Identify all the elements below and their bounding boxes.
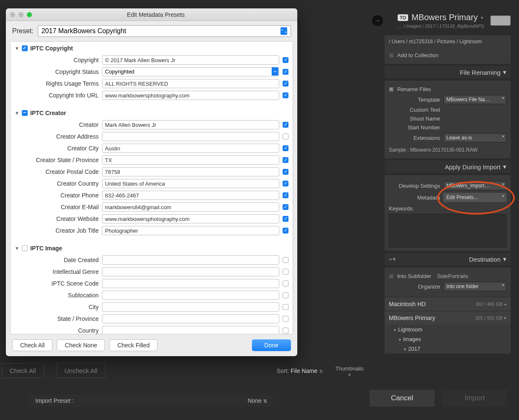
copyright-url-input[interactable] — [102, 91, 279, 100]
disclosure-icon[interactable]: ▼ — [15, 110, 19, 116]
done-button[interactable]: Done — [252, 339, 291, 351]
drive-mbowers[interactable]: MBowers Primary325 / 931 GB ▾ — [385, 311, 511, 325]
add-collection-checkbox[interactable] — [389, 53, 394, 58]
cancel-button[interactable]: Cancel — [370, 390, 435, 407]
disclosure-icon[interactable]: ▼ — [15, 46, 19, 51]
uncheck-all-button[interactable]: Uncheck All — [57, 363, 105, 378]
arrow-icon: → — [372, 15, 383, 26]
destination-bar: → TO MBowers Primary ▸ … / Images / 2017… — [372, 13, 511, 29]
copy-panel: / Users / m1725318 / Pictures / Lightroo… — [385, 35, 511, 64]
field-checkbox[interactable] — [283, 134, 288, 139]
field-checkbox[interactable] — [283, 92, 288, 98]
field-checkbox[interactable] — [283, 81, 288, 87]
field-checkbox[interactable] — [283, 292, 288, 298]
creator-state-input[interactable] — [102, 155, 279, 165]
edit-metadata-dialog: Edit Metadata Presets Preset: 2017 MarkB… — [6, 8, 297, 356]
field-checkbox[interactable] — [283, 228, 288, 234]
field-checkbox[interactable] — [283, 216, 288, 222]
intellectual-genre-input[interactable] — [102, 267, 279, 276]
preset-select[interactable]: 2017 MarkBowers Copyright ⌃⌄ — [38, 25, 291, 37]
titlebar: Edit Metadata Presets — [6, 8, 297, 21]
check-filled-button[interactable]: Check Filled — [109, 339, 157, 351]
apply-during-import-header[interactable]: Apply During Import▾ — [385, 160, 511, 173]
field-checkbox[interactable] — [283, 157, 288, 163]
field-checkbox[interactable] — [283, 328, 288, 333]
organize-combo[interactable]: Into one folder — [443, 282, 506, 291]
copyright-status-select[interactable]: Copyrighted — [102, 67, 279, 76]
field-checkbox[interactable] — [283, 281, 288, 286]
drive-icon — [490, 16, 511, 26]
to-badge: TO — [398, 14, 408, 21]
template-combo[interactable]: MBowers File Na… — [443, 95, 506, 104]
drive-macintosh[interactable]: Macintosh HD302 / 465 GB ◂ — [385, 297, 511, 311]
creator-jobtitle-input[interactable] — [102, 226, 279, 235]
tree-lightroom[interactable]: Lightroom — [385, 325, 511, 334]
creator-input[interactable] — [102, 120, 279, 129]
field-checkbox[interactable] — [283, 257, 288, 263]
copyright-input[interactable] — [102, 55, 279, 65]
sort-combo[interactable]: File Name — [291, 368, 317, 374]
field-checkbox[interactable] — [283, 192, 288, 198]
creator-postal-input[interactable] — [102, 167, 279, 176]
close-icon[interactable] — [10, 12, 15, 17]
sublocation-input[interactable] — [102, 291, 279, 300]
section-checkbox[interactable] — [22, 45, 28, 51]
country-input[interactable] — [102, 326, 279, 334]
city-input[interactable] — [102, 302, 279, 312]
import-button[interactable]: Import — [442, 390, 507, 407]
tree-images[interactable]: Images — [385, 334, 511, 344]
rename-files-checkbox[interactable] — [389, 87, 394, 92]
into-subfolder-checkbox[interactable] — [389, 274, 394, 279]
field-checkbox[interactable] — [283, 204, 288, 210]
field-checkbox[interactable] — [283, 304, 288, 310]
field-checkbox[interactable] — [283, 316, 288, 322]
iptc-scene-input[interactable] — [102, 279, 279, 288]
destination-header[interactable]: +▾Destination▾ — [385, 253, 511, 265]
destination-name[interactable]: MBowers Primary — [412, 13, 478, 22]
field-checkbox[interactable] — [283, 169, 288, 175]
check-none-button[interactable]: Check None — [57, 339, 105, 351]
field-checkbox[interactable] — [283, 57, 288, 63]
state-input[interactable] — [102, 314, 279, 323]
check-all-button[interactable]: Check All — [2, 363, 44, 378]
keywords-input[interactable] — [389, 214, 506, 247]
field-checkbox[interactable] — [283, 69, 288, 75]
creator-email-input[interactable] — [102, 202, 279, 212]
import-preset-combo[interactable]: Import Preset : None ⇅ — [29, 395, 273, 407]
check-all-button[interactable]: Check All — [12, 339, 52, 351]
breadcrumb: … / Images / 2017 / 170118_BigBendNPS — [398, 24, 484, 29]
creator-country-input[interactable] — [102, 179, 279, 188]
section-checkbox[interactable] — [22, 245, 28, 251]
date-created-input[interactable] — [102, 255, 279, 265]
disclosure-icon[interactable]: ▼ — [15, 246, 19, 251]
creator-city-input[interactable] — [102, 144, 279, 153]
creator-website-input[interactable] — [102, 214, 279, 223]
creator-address-input[interactable] — [102, 132, 279, 141]
extensions-combo[interactable]: Leave as-is — [443, 133, 506, 142]
chevron-down-icon: ⌃⌄ — [280, 27, 287, 35]
field-checkbox[interactable] — [283, 122, 288, 128]
field-checkbox[interactable] — [283, 181, 288, 186]
develop-settings-combo[interactable]: MBowers_Import… — [443, 181, 506, 190]
field-checkbox[interactable] — [283, 269, 288, 275]
rights-terms-input[interactable] — [102, 79, 279, 88]
section-checkbox[interactable] — [22, 110, 28, 116]
tree-2017[interactable]: 2017 — [385, 344, 511, 354]
field-checkbox[interactable] — [283, 145, 288, 151]
creator-phone-input[interactable] — [102, 191, 279, 200]
metadata-combo[interactable]: Edit Presets… — [443, 193, 506, 202]
file-renaming-header[interactable]: File Renaming▾ — [385, 66, 511, 79]
